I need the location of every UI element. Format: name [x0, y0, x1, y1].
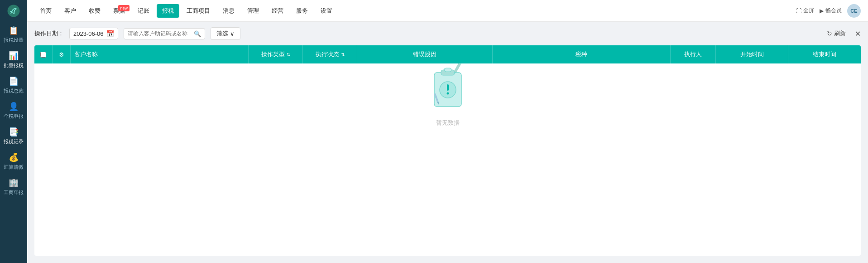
sort-icon-exec-status: ⇅	[341, 52, 345, 57]
select-all-checkbox[interactable]	[40, 52, 46, 58]
th-op-type[interactable]: 操作类型 ⇅	[249, 45, 303, 63]
nav-items: 首页 客户 收费 票据 new 记账 报税 工商项目 消息 管理 经营 服务 设…	[34, 4, 796, 18]
date-input[interactable]: 2023-06-06 📅	[69, 28, 118, 39]
nav-customers[interactable]: 客户	[59, 4, 82, 18]
fullscreen-icon: ⛶	[796, 8, 801, 14]
sidebar-item-gongshang-nianbao[interactable]: 🏢 工商年报	[0, 174, 27, 200]
topnav: 首页 客户 收费 票据 new 记账 报税 工商项目 消息 管理 经营 服务 设…	[27, 0, 868, 22]
chevron-down-icon: ∨	[230, 30, 235, 37]
sort-icon-op-type: ⇅	[287, 52, 290, 57]
nav-billing[interactable]: 收费	[83, 4, 106, 18]
sidebar-item-geshui-shenbao[interactable]: 👤 个税申报	[0, 98, 27, 123]
table-header: ⚙ 客户名称 操作类型 ⇅ 执行状态 ⇅ 错误股因 税种	[34, 45, 861, 63]
svg-rect-7	[454, 63, 461, 73]
th-checkbox[interactable]	[34, 45, 53, 63]
sidebar: 📋 报税设置 📊 批量报税 📄 报税总览 👤 个税申报 📑 报税记录 💰 汇算清…	[0, 0, 27, 263]
content-area: 操作日期： 2023-06-06 📅 🔍 筛选 ∨ ↻ 刷新 ✕	[27, 22, 868, 263]
baoshui-zonglanbiao-icon: 📄	[9, 76, 19, 86]
date-label: 操作日期：	[34, 29, 64, 38]
search-input[interactable]	[128, 30, 194, 37]
table-container: ⚙ 客户名称 操作类型 ⇅ 执行状态 ⇅ 错误股因 税种	[34, 45, 861, 256]
gear-icon: ⚙	[59, 51, 64, 58]
fullscreen-button[interactable]: ⛶ 全屏	[796, 7, 814, 15]
toolbar: 操作日期： 2023-06-06 📅 🔍 筛选 ∨ ↻ 刷新 ✕	[27, 22, 868, 45]
svg-rect-3	[444, 68, 451, 72]
th-end-time: 结束时间	[788, 45, 861, 63]
empty-text: 暂无数据	[436, 119, 460, 127]
nav-manage[interactable]: 管理	[242, 4, 264, 18]
close-button[interactable]: ✕	[855, 29, 861, 38]
nav-accounting[interactable]: 记账	[132, 4, 155, 18]
nav-messages[interactable]: 消息	[217, 4, 240, 18]
search-icon: 🔍	[194, 30, 201, 37]
nav-operation[interactable]: 经营	[266, 4, 289, 18]
nav-tax[interactable]: 报税	[157, 4, 179, 18]
sidebar-item-baoshui-shezhi[interactable]: 📋 报税设置	[0, 22, 27, 47]
th-name: 客户名称	[71, 45, 249, 63]
nav-settings[interactable]: 设置	[315, 4, 338, 18]
search-input-wrap[interactable]: 🔍	[124, 28, 205, 39]
gongshang-nianbao-icon: 🏢	[9, 178, 19, 188]
refresh-icon: ↻	[827, 30, 832, 37]
baoshui-shezhi-icon: 📋	[9, 25, 19, 35]
svg-rect-5	[447, 84, 449, 91]
sidebar-item-baoshui-jilu[interactable]: 📑 报税记录	[0, 123, 27, 149]
sidebar-item-piliang-baoshui[interactable]: 📊 批量报税	[0, 47, 27, 73]
th-tax: 税种	[493, 45, 671, 63]
app-logo	[0, 0, 27, 22]
th-gear[interactable]: ⚙	[53, 45, 71, 63]
th-executor: 执行人	[671, 45, 716, 63]
th-error: 错误股因	[357, 45, 493, 63]
th-start-time: 开始时间	[716, 45, 788, 63]
main-area: 首页 客户 收费 票据 new 记账 报税 工商项目 消息 管理 经营 服务 设…	[27, 0, 868, 263]
geshui-shenbao-icon: 👤	[9, 102, 19, 112]
nav-invoices[interactable]: 票据 new	[108, 4, 130, 18]
member-icon: ▶	[820, 8, 824, 14]
filter-button[interactable]: 筛选 ∨	[211, 27, 240, 40]
member-button[interactable]: ▶ 畅会员	[820, 7, 842, 15]
calendar-icon: 📅	[106, 30, 114, 37]
nav-services[interactable]: 服务	[291, 4, 313, 18]
baoshui-jilu-icon: 📑	[9, 127, 19, 137]
sidebar-item-baoshui-zonglanbiao[interactable]: 📄 报税总览	[0, 73, 27, 98]
topnav-right: ⛶ 全屏 ▶ 畅会员 CE	[796, 4, 861, 18]
empty-state: 暂无数据	[34, 63, 861, 127]
table-body: 暂无数据	[34, 63, 861, 256]
nav-industrial[interactable]: 工商项目	[181, 4, 216, 18]
svg-point-0	[8, 5, 20, 17]
refresh-button[interactable]: ↻ 刷新	[827, 29, 846, 38]
piliang-baoshui-icon: 📊	[9, 51, 19, 61]
sidebar-item-huisuan-jiaona[interactable]: 💰 汇算清缴	[0, 149, 27, 174]
th-exec-status[interactable]: 执行状态 ⇅	[303, 45, 357, 63]
nav-home[interactable]: 首页	[34, 4, 57, 18]
new-badge: new	[118, 5, 129, 12]
svg-point-6	[446, 93, 449, 95]
huisuan-jiaona-icon: 💰	[9, 152, 19, 162]
avatar[interactable]: CE	[847, 4, 861, 18]
empty-illustration	[425, 63, 470, 113]
